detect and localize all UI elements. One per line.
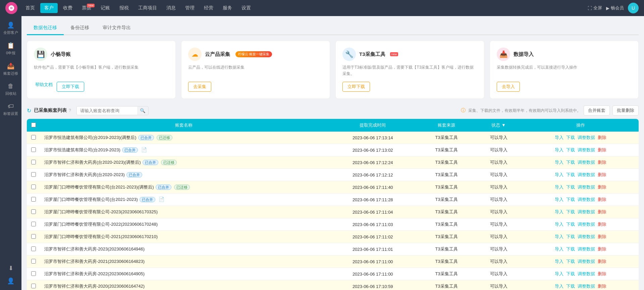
action-导入[interactable]: 导入	[555, 246, 564, 251]
batch-delete-button[interactable]: 批量删除	[612, 105, 639, 116]
row-checkbox[interactable]	[31, 172, 36, 177]
action-导入[interactable]: 导入	[555, 259, 564, 264]
action-delete[interactable]: 删除	[598, 185, 606, 190]
nav-manage[interactable]: 管理	[181, 3, 199, 13]
action-导入[interactable]: 导入	[555, 185, 564, 190]
row-checkbox[interactable]	[31, 259, 36, 264]
t3tool-download-button[interactable]: 立即下载	[342, 82, 370, 92]
nav-home[interactable]: 首页	[21, 3, 39, 13]
row-checkbox[interactable]	[31, 246, 36, 251]
action-delete[interactable]: 删除	[598, 234, 606, 239]
action-delete[interactable]: 删除	[598, 246, 606, 251]
action-delete[interactable]: 删除	[598, 135, 606, 140]
row-checkbox[interactable]	[31, 284, 36, 288]
action-下载[interactable]: 下载	[566, 246, 575, 251]
action-delete[interactable]: 删除	[598, 172, 606, 177]
action-delete[interactable]: 删除	[598, 222, 606, 227]
tab-audit-export[interactable]: 审计文件导出	[96, 21, 138, 35]
dataimport-go-button[interactable]: 去导入	[497, 82, 520, 92]
action-调整数据[interactable]: 调整数据	[578, 197, 595, 202]
action-导入[interactable]: 导入	[555, 222, 564, 227]
action-下载[interactable]: 下载	[566, 197, 575, 202]
table-help-icon[interactable]: ?	[69, 108, 71, 113]
nav-settings[interactable]: 设置	[237, 3, 255, 13]
nav-business[interactable]: 工商项目	[134, 3, 161, 13]
row-checkbox[interactable]	[31, 147, 36, 152]
action-下载[interactable]: 下载	[566, 271, 575, 276]
action-导入[interactable]: 导入	[555, 172, 564, 177]
vip-button[interactable]: ▶ 畅会员	[606, 5, 624, 11]
row-checkbox[interactable]	[31, 197, 36, 202]
nav-customer[interactable]: 客户	[40, 3, 58, 13]
col-status[interactable]: 状态 ▼	[475, 119, 523, 132]
nav-invoice[interactable]: 票据new	[78, 3, 95, 13]
nav-tax[interactable]: 报税	[115, 3, 133, 13]
action-导入[interactable]: 导入	[555, 135, 564, 140]
nav-operation[interactable]: 经营	[200, 3, 217, 13]
action-调整数据[interactable]: 调整数据	[578, 246, 595, 251]
action-下载[interactable]: 下载	[566, 209, 575, 214]
action-导入[interactable]: 导入	[555, 197, 564, 202]
action-调整数据[interactable]: 调整数据	[578, 271, 595, 276]
tab-data-migration[interactable]: 数据包迁移	[27, 21, 64, 35]
row-checkbox[interactable]	[31, 135, 36, 140]
action-调整数据[interactable]: 调整数据	[578, 209, 595, 214]
nav-message[interactable]: 消息	[162, 3, 180, 13]
search-input[interactable]	[77, 106, 137, 115]
merge-account-button[interactable]: 合并账套	[584, 105, 610, 116]
action-导入[interactable]: 导入	[555, 209, 564, 214]
refresh-icon[interactable]: ↻	[27, 107, 31, 114]
action-导入[interactable]: 导入	[555, 234, 564, 239]
fullscreen-button[interactable]: ⛶ 全屏	[588, 5, 602, 11]
action-下载[interactable]: 下载	[566, 259, 575, 264]
action-下载[interactable]: 下载	[566, 160, 575, 165]
action-delete[interactable]: 删除	[598, 197, 606, 202]
action-delete[interactable]: 删除	[598, 147, 606, 152]
action-调整数据[interactable]: 调整数据	[578, 172, 595, 177]
action-调整数据[interactable]: 调整数据	[578, 234, 595, 239]
action-delete[interactable]: 删除	[598, 160, 606, 165]
action-delete[interactable]: 删除	[598, 271, 606, 276]
sidebar-item-account-migration[interactable]: 📤 账套迁移	[1, 60, 20, 79]
user-avatar[interactable]: U	[628, 3, 639, 13]
action-调整数据[interactable]: 调整数据	[578, 147, 595, 152]
action-下载[interactable]: 下载	[566, 172, 575, 177]
sidebar-item-recycle[interactable]: 🗑 回收站	[1, 80, 20, 99]
sidebar-item-zero-declaration[interactable]: 📋 0申报	[1, 39, 20, 58]
sidebar-item-tag-settings[interactable]: 🏷 标签设置	[1, 100, 20, 119]
action-调整数据[interactable]: 调整数据	[578, 284, 595, 289]
action-下载[interactable]: 下载	[566, 234, 575, 239]
action-导入[interactable]: 导入	[555, 160, 564, 165]
yunproduct-collect-button[interactable]: 去采集	[188, 82, 211, 92]
sidebar-item-user[interactable]: 👤	[1, 275, 20, 287]
tab-backup-migration[interactable]: 备份迁移	[64, 21, 96, 35]
row-checkbox[interactable]	[31, 271, 36, 276]
action-delete[interactable]: 删除	[598, 259, 606, 264]
row-checkbox[interactable]	[31, 209, 36, 214]
action-下载[interactable]: 下载	[566, 284, 575, 289]
sidebar-item-all-customers[interactable]: 👤 全部客户	[1, 19, 20, 38]
row-checkbox[interactable]	[31, 234, 36, 239]
action-下载[interactable]: 下载	[566, 222, 575, 227]
action-调整数据[interactable]: 调整数据	[578, 259, 595, 264]
action-下载[interactable]: 下载	[566, 147, 575, 152]
search-button[interactable]: 🔍	[137, 106, 148, 115]
action-导入[interactable]: 导入	[555, 147, 564, 152]
row-checkbox[interactable]	[31, 185, 36, 189]
action-调整数据[interactable]: 调整数据	[578, 160, 595, 165]
xiaochangdaozhang-help-link[interactable]: 帮助文档	[35, 82, 53, 92]
action-下载[interactable]: 下载	[566, 135, 575, 140]
nav-service[interactable]: 服务	[219, 3, 236, 13]
action-delete[interactable]: 删除	[598, 284, 606, 289]
row-checkbox[interactable]	[31, 160, 36, 164]
action-导入[interactable]: 导入	[555, 284, 564, 289]
nav-fee[interactable]: 收费	[59, 3, 76, 13]
action-导入[interactable]: 导入	[555, 271, 564, 276]
action-调整数据[interactable]: 调整数据	[578, 222, 595, 227]
action-下载[interactable]: 下载	[566, 185, 575, 190]
action-调整数据[interactable]: 调整数据	[578, 135, 595, 140]
select-all-checkbox[interactable]	[31, 123, 36, 127]
action-delete[interactable]: 删除	[598, 209, 606, 214]
app-logo[interactable]	[5, 2, 17, 14]
xiaochangdaozhang-download-button[interactable]: 立即下载	[57, 82, 84, 92]
